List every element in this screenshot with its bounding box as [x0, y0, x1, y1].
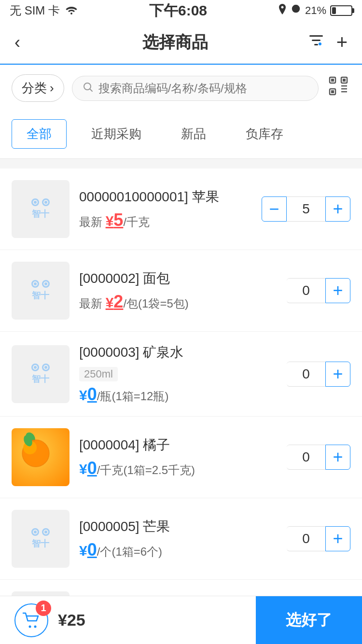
increase-button[interactable]: + [325, 445, 350, 470]
filter-icon[interactable] [307, 31, 325, 53]
nav-bar: ‹ 选择商品 + [0, 21, 362, 64]
location-icon [278, 4, 287, 17]
scan-icon[interactable] [326, 76, 350, 100]
increase-button[interactable]: + [325, 362, 350, 387]
product-item: [0000004] 橘子 ¥0/千克(1箱=2.5千克) + [0, 417, 362, 498]
confirm-button[interactable]: 选好了 [256, 596, 362, 644]
product-price: ¥0/瓶(1箱=12瓶) [79, 384, 277, 405]
product-item: 智十 [0000005] 芒果 ¥0/个(1箱=6个) + [0, 498, 362, 580]
product-info: 00000010000001] 苹果 最新 ¥5/千克 [79, 188, 252, 230]
tabs-row: 全部 近期采购 新品 负库存 [0, 112, 362, 159]
product-price: ¥0/千克(1箱=2.5千克) [79, 458, 277, 478]
increase-button[interactable]: + [325, 526, 350, 551]
tab-recent[interactable]: 近期采购 [76, 119, 156, 149]
battery-percentage: 21% [305, 4, 326, 17]
quantity-control: + [287, 362, 350, 387]
page-title: 选择商品 [142, 31, 208, 54]
product-info: [0000003] 矿泉水 250ml ¥0/瓶(1箱=12瓶) [79, 343, 277, 405]
product-name: [0000002] 面包 [79, 269, 277, 288]
product-item: 智十 [0000003] 矿泉水 250ml ¥0/瓶(1箱=12瓶) + [0, 332, 362, 417]
product-list: 智十 00000010000001] 苹果 最新 ¥5/千克 − + [0, 168, 362, 644]
category-label: 分类 [22, 80, 47, 97]
product-name: [0000004] 橘子 [79, 436, 277, 454]
tab-new[interactable]: 新品 [166, 119, 221, 149]
bottom-bar: 1 ¥25 选好了 [0, 596, 362, 644]
chevron-right-icon: › [50, 81, 54, 96]
filter-row: 分类 › [0, 65, 362, 112]
category-button[interactable]: 分类 › [12, 74, 64, 102]
quantity-control: + [287, 526, 350, 551]
svg-rect-1 [312, 40, 320, 41]
wifi-icon [65, 4, 78, 17]
product-thumbnail: 智十 [12, 180, 70, 238]
product-price: 最新 ¥2/包(1袋=5包) [79, 292, 277, 312]
battery-icon [330, 5, 352, 16]
svg-line-5 [90, 89, 92, 91]
add-icon[interactable]: + [336, 31, 348, 53]
decrease-button[interactable]: − [262, 196, 287, 222]
product-price: 最新 ¥5/千克 [79, 210, 252, 230]
quantity-control: + [287, 278, 350, 303]
nav-actions: + [307, 31, 348, 53]
svg-rect-11 [343, 79, 346, 82]
search-icon [82, 81, 94, 96]
quantity-control: − + [262, 196, 350, 222]
quantity-control: + [287, 445, 350, 470]
search-box[interactable] [72, 76, 319, 101]
product-thumbnail [12, 428, 70, 486]
increase-button[interactable]: + [325, 196, 350, 222]
svg-rect-0 [309, 35, 323, 37]
product-price: ¥0/个(1箱=6个) [79, 540, 277, 560]
product-thumbnail: 智十 [12, 510, 70, 568]
quantity-input[interactable] [287, 278, 325, 303]
quantity-input[interactable] [287, 196, 325, 222]
product-item: 智十 [0000002] 面包 最新 ¥2/包(1袋=5包) + [0, 250, 362, 332]
product-info: [0000002] 面包 最新 ¥2/包(1袋=5包) [79, 269, 277, 312]
status-carrier: 无 SIM 卡 [10, 3, 78, 18]
cart-section: 1 ¥25 [0, 603, 256, 637]
product-thumbnail: 智十 [12, 345, 70, 403]
svg-rect-2 [314, 44, 318, 45]
product-thumbnail: 智十 [12, 262, 70, 320]
back-button[interactable]: ‹ [14, 32, 43, 53]
tab-negative-stock[interactable]: 负库存 [231, 119, 298, 149]
status-bar: 无 SIM 卡 下午6:08 21% [0, 0, 362, 21]
svg-point-20 [34, 625, 37, 628]
svg-rect-9 [331, 79, 334, 82]
quantity-input[interactable] [287, 526, 325, 551]
carrier-text: 无 SIM 卡 [10, 3, 60, 18]
product-info: [0000004] 橘子 ¥0/千克(1箱=2.5千克) [79, 436, 277, 478]
cart-icon-button[interactable]: 1 [14, 603, 48, 637]
quantity-input[interactable] [287, 362, 325, 387]
svg-rect-10 [331, 90, 334, 93]
product-spec: 250ml [79, 367, 118, 381]
status-right: 21% [278, 4, 352, 17]
search-input[interactable] [98, 82, 308, 95]
product-name: [0000003] 矿泉水 [79, 343, 277, 362]
status-time: 下午6:08 [149, 1, 207, 21]
product-item: 智十 00000010000001] 苹果 最新 ¥5/千克 − + [0, 168, 362, 250]
cart-total: ¥25 [58, 611, 85, 630]
product-name: [0000005] 芒果 [79, 518, 277, 536]
product-name: 00000010000001] 苹果 [79, 188, 252, 206]
increase-button[interactable]: + [325, 278, 350, 303]
quantity-input[interactable] [287, 445, 325, 470]
tab-all[interactable]: 全部 [12, 119, 67, 149]
product-info: [0000005] 芒果 ¥0/个(1箱=6个) [79, 518, 277, 560]
svg-point-19 [29, 625, 31, 628]
alarm-icon [291, 4, 301, 17]
svg-point-3 [319, 42, 321, 45]
cart-badge: 1 [36, 601, 51, 616]
